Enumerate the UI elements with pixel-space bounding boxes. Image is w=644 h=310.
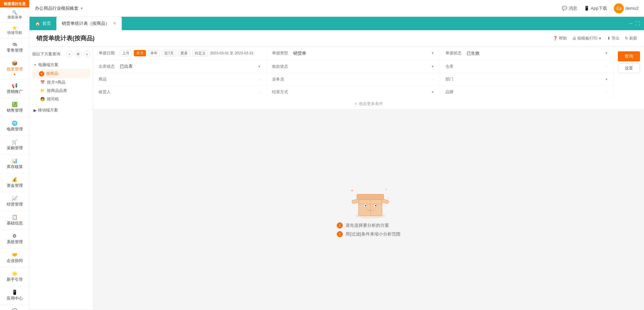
empty-state: ✦ ✦ ✦ 1 请先选择要分析的方案 2 [330, 155, 407, 264]
search-menu-icon: 🔍 [2, 10, 27, 15]
consignee-dots[interactable]: ··· [258, 90, 261, 95]
filter-area: 单据日期 上月 本月 本年 近7天 更多 自定义 2023-03-01 至 20… [93, 47, 644, 110]
empty-steps: 1 请先选择要分析的方案 2 用[过滤]条件来缩小分析范围 [337, 222, 400, 237]
receipt-status-select[interactable]: ▼ [293, 65, 434, 68]
sidebar-item-finance[interactable]: 💰 资金管理 [0, 173, 29, 192]
export-icon: ⬇ [607, 36, 610, 41]
brand-dots[interactable]: ··· [605, 90, 608, 95]
filter-cell-payment-method: 结算方式 ▼ [267, 86, 440, 98]
app-download-btn[interactable]: 📱 App下载 [584, 5, 607, 11]
retail-icon: 🛍 [12, 42, 17, 47]
sidebar-item-wechat[interactable]: 💬 企业微信 [0, 305, 29, 310]
sidebar-item-wholesale[interactable]: 📦 批发管理 ▲ [0, 57, 29, 80]
scheme-group-pc-header[interactable]: ▼ 电脑端方案 [32, 61, 90, 69]
scheme-panel-header: 按以下方案查询 + ⚙ « [32, 51, 90, 57]
query-btn[interactable]: 查询 [618, 51, 640, 61]
step-2-text: 用[过滤]条件来缩小分析范围 [345, 231, 400, 237]
main-area: 办公用品行业模拟账套 ▼ 💬 消息 📱 App下载 Ea demo2 🏠 [30, 0, 644, 310]
refresh-btn[interactable]: ↻ 刷新 [625, 36, 637, 41]
salesperson-dots[interactable]: ··· [431, 77, 434, 82]
tab-sales-stat[interactable]: 销货单统计表（按商品） ✕ [56, 17, 122, 30]
by-cashier-label: 按司机 [47, 96, 59, 102]
sidebar-item-ecommerce[interactable]: 🌐 电商管理 [0, 117, 29, 136]
warehouse-input[interactable]: ··· [467, 64, 608, 69]
payment-method-select[interactable]: ▼ [293, 90, 434, 94]
scheme-panel-title: 按以下方案查询 [32, 51, 60, 57]
topbar-left: 办公用品行业模拟账套 ▼ [35, 5, 84, 11]
tab-home[interactable]: 🏠 首页 [30, 17, 56, 30]
filter-with-actions: 单据日期 上月 本月 本年 近7天 更多 自定义 2023-03-01 至 20… [93, 47, 644, 98]
refresh-icon: ↻ [625, 36, 628, 41]
out-status-select[interactable]: 已出库 ▼ [120, 63, 261, 69]
collapse-bar[interactable]: ∧ 收起更多条件 [93, 98, 644, 109]
finance-icon: 💰 [12, 177, 17, 182]
sidebar-item-app-center[interactable]: 📱 应用中心 [0, 286, 29, 305]
sidebar-item-guide[interactable]: 🌟 新手引导 [0, 267, 29, 286]
salesperson-label: 业务员 [272, 76, 290, 82]
help-btn[interactable]: ❓ 帮助 [553, 36, 567, 41]
sidebar-item-sales[interactable]: 💹 销售管理 [0, 98, 29, 117]
date-btn-more[interactable]: 更多 [178, 50, 190, 56]
sidebar-item-retail[interactable]: 🛍 零售管理 [0, 38, 29, 57]
sidebar-item-basic[interactable]: 📋 基础信息 [0, 211, 29, 230]
sidebar-item-quick-nav[interactable]: ⭐ 快捷导航 [0, 23, 29, 38]
sidebar-label-sales: 销售管理 [7, 108, 23, 113]
message-btn[interactable]: 💬 消息 [562, 5, 577, 11]
scheme-group-mobile-header[interactable]: ▶ 移动端方案 [32, 106, 90, 114]
salesperson-input[interactable]: ··· [293, 77, 434, 82]
scheme-collapse-btn[interactable]: « [84, 51, 90, 57]
bill-type-select[interactable]: 销货单 ▼ [293, 50, 434, 56]
sidebar-item-purchase[interactable]: 🛒 采购管理 [0, 136, 29, 155]
industry-dropdown-icon: ▼ [80, 6, 84, 10]
filter-cell-bill-type: 单据类型 销货单 ▼ [267, 47, 440, 60]
bill-type-value: 销货单 [293, 50, 430, 56]
inventory-icon: 📊 [12, 158, 17, 163]
filter-cell-bill-status: 单据状态 已生效 ▼ [440, 47, 613, 60]
enterprise-icon: 🤝 [12, 252, 17, 257]
filter-cell-brand: 品牌 ··· [440, 86, 613, 98]
sidebar-item-enterprise[interactable]: 🤝 企业协同 [0, 249, 29, 267]
tab-sales-stat-close[interactable]: ✕ [113, 21, 116, 26]
sidebar-label-wholesale: 批发管理 [7, 66, 23, 72]
scheme-item-by-goods-category[interactable]: 📁 按商品品类 [32, 87, 90, 95]
out-status-dropdown-icon: ▼ [258, 65, 261, 68]
tabs-bar: 🏠 首页 销货单统计表（按商品） ✕ ─ ⛶ [30, 17, 644, 30]
date-btn-custom[interactable]: 自定义 [192, 50, 208, 56]
step-2-num: 2 [337, 231, 343, 237]
filter-cell-goods: 商品 ··· [93, 73, 267, 86]
sidebar-item-inventory[interactable]: 📊 库存核算 [0, 155, 29, 173]
sidebar-item-marketing[interactable]: 📢 营销推广 [0, 80, 29, 98]
topbar: 办公用品行业模拟账套 ▼ 💬 消息 📱 App下载 Ea demo2 [30, 0, 644, 17]
consignee-input[interactable]: ··· [120, 90, 261, 95]
sidebar-label-operations: 经营管理 [7, 202, 23, 207]
date-btn-last-month[interactable]: 上月 [120, 50, 132, 56]
bill-status-select[interactable]: 已生效 ▼ [467, 50, 608, 56]
settings-btn[interactable]: 设置 [618, 63, 640, 73]
scheme-add-btn[interactable]: + [66, 51, 73, 57]
sidebar-item-search-menu[interactable]: 🔍 搜索菜单 [0, 7, 29, 23]
date-btn-this-month[interactable]: 本月 [134, 50, 146, 56]
filter-row-3: 商品 ··· 业务员 [93, 73, 613, 86]
sidebar-label-search: 搜索菜单 [2, 15, 27, 20]
scheme-item-by-month-goods[interactable]: 📅 按月+商品 [32, 78, 90, 87]
user-menu[interactable]: Ea demo2 [614, 3, 639, 13]
brand-input[interactable]: ··· [467, 90, 608, 95]
scheme-item-by-goods[interactable]: ● 按商品 [32, 69, 90, 78]
industry-selector[interactable]: 办公用品行业模拟账套 ▼ [35, 5, 84, 11]
window-minimize-btn[interactable]: ─ [629, 21, 633, 26]
scheme-item-by-cashier[interactable]: 🧑 按司机 [32, 95, 90, 103]
department-select[interactable]: ▼ [467, 78, 608, 81]
scheme-settings-btn[interactable]: ⚙ [75, 51, 82, 57]
wholesale-icon: 📦 [12, 60, 17, 66]
template-print-btn[interactable]: 🖨 按模板打印 ▼ [572, 36, 602, 41]
wechat-icon: 💬 [12, 308, 17, 310]
goods-input[interactable]: ··· [120, 77, 261, 82]
date-btn-7days[interactable]: 近7天 [162, 50, 176, 56]
sidebar-item-system[interactable]: ⚙ 系统管理 [0, 230, 29, 249]
warehouse-dots[interactable]: ··· [605, 64, 608, 69]
sidebar-item-operations[interactable]: 📈 经营管理 [0, 192, 29, 211]
window-maximize-btn[interactable]: ⛶ [635, 21, 640, 26]
date-btn-this-year[interactable]: 本年 [148, 50, 160, 56]
goods-dots[interactable]: ··· [258, 77, 261, 82]
export-btn[interactable]: ⬇ 导出 [607, 36, 620, 41]
